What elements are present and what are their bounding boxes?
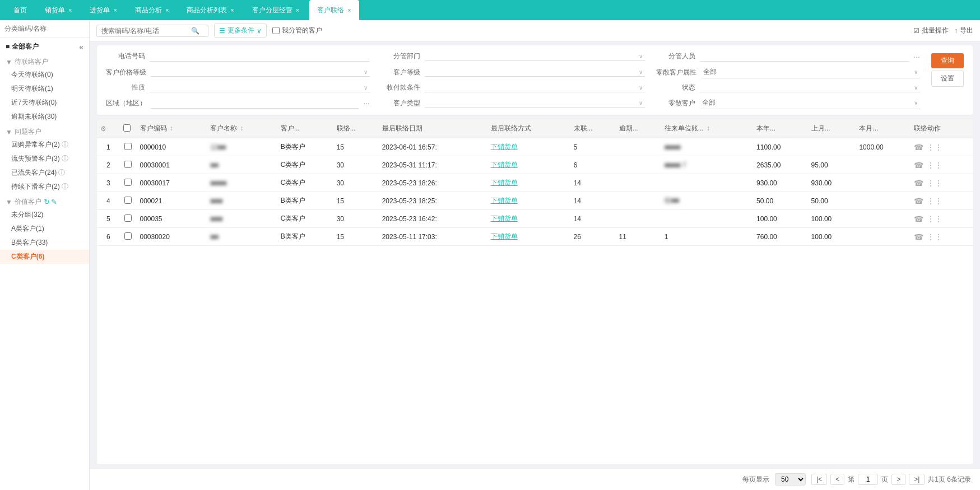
footer-per-page-select[interactable]: 50 100 200	[775, 473, 806, 486]
page-input[interactable]	[858, 474, 878, 485]
nav-tab-sales[interactable]: 销货单 ×	[37, 0, 80, 20]
cell-method-link-4[interactable]: 下销货单	[491, 214, 518, 222]
action-phone-5[interactable]: ☎	[914, 232, 923, 241]
search-input[interactable]	[101, 27, 191, 35]
th-account[interactable]: 往来单位账... ↕	[661, 119, 753, 138]
action-more-3[interactable]: ⋮⋮	[927, 197, 942, 206]
row-checkbox-3[interactable]	[124, 197, 132, 204]
cell-last-method-4[interactable]: 下销货单	[487, 210, 570, 228]
page-next-btn[interactable]: >	[891, 474, 905, 485]
filter-select-dept[interactable]: ∨	[425, 52, 645, 61]
th-name[interactable]: 客户名称 ↕	[207, 119, 277, 138]
cell-last-method-2[interactable]: 下销货单	[487, 174, 570, 192]
sidebar-all-customers[interactable]: ■ 全部客户 «	[0, 38, 89, 54]
nav-tab-customer-tier[interactable]: 客户分层经营 ×	[244, 0, 307, 20]
cell-last-method-1[interactable]: 下销货单	[487, 156, 570, 174]
sidebar-item-tomorrow[interactable]: 明天待联络(1)	[0, 82, 89, 96]
action-more-4[interactable]: ⋮⋮	[927, 214, 942, 223]
th-gear[interactable]: ⚙	[97, 119, 120, 138]
sidebar-item-overdue[interactable]: 逾期未联络(30)	[0, 110, 89, 124]
filter-manager-dots[interactable]: ···	[913, 52, 920, 61]
nav-tab-customer-contact[interactable]: 客户联络 ×	[309, 0, 359, 20]
nav-tab-analysis[interactable]: 商品分析 ×	[127, 0, 177, 20]
action-more-0[interactable]: ⋮⋮	[927, 143, 942, 152]
filter-select-level[interactable]: ∨	[425, 68, 645, 77]
sidebar-item-churn-warn[interactable]: 流失预警客户(3) ⓘ	[0, 152, 89, 166]
page-prev-btn[interactable]: <	[830, 474, 844, 485]
filter-input-region[interactable]	[151, 98, 359, 109]
set-button[interactable]: 设置	[931, 71, 964, 87]
batch-op-label: 批量操作	[922, 26, 949, 35]
filter-select-nature[interactable]: ∨	[150, 83, 370, 92]
filter-select-price-level[interactable]: ∨	[151, 68, 370, 77]
nav-tab-analysis-close[interactable]: ×	[165, 7, 169, 13]
filter-input-manager[interactable]	[700, 51, 909, 62]
sidebar-item-abnormal[interactable]: 回购异常客户(2) ⓘ	[0, 138, 89, 152]
row-checkbox-2[interactable]	[124, 179, 132, 186]
filter-region-dots[interactable]: ···	[363, 99, 370, 108]
nav-tab-customer-tier-close[interactable]: ×	[296, 7, 299, 13]
cell-method-link-2[interactable]: 下销货单	[491, 179, 518, 186]
filter-select-retail[interactable]: 全部 ∨	[700, 97, 920, 109]
sidebar-item-7days[interactable]: 近7天待联络(0)	[0, 96, 89, 110]
sidebar-item-c-class[interactable]: C类客户(6)	[0, 250, 89, 264]
action-phone-1[interactable]: ☎	[914, 161, 923, 170]
th-code[interactable]: 客户编码 ↕	[137, 119, 207, 138]
sidebar-item-churned[interactable]: 已流失客户(24) ⓘ	[0, 166, 89, 180]
query-button[interactable]: 查询	[931, 53, 964, 68]
action-phone-0[interactable]: ☎	[914, 143, 923, 152]
search-icon[interactable]: 🔍	[191, 27, 199, 35]
filter-more-btn[interactable]: ☰ 更多条件 ∨	[214, 24, 267, 38]
page-last-btn[interactable]: >|	[909, 474, 925, 485]
sidebar-item-today[interactable]: 今天待联络(0)	[0, 68, 89, 82]
table-gear-icon[interactable]: ⚙	[100, 125, 106, 133]
action-phone-2[interactable]: ☎	[914, 179, 923, 188]
row-checkbox-1[interactable]	[124, 161, 132, 168]
sidebar-item-declining[interactable]: 持续下滑客户(2) ⓘ	[0, 180, 89, 194]
cell-method-link-3[interactable]: 下销货单	[491, 197, 518, 204]
export-btn[interactable]: ↑ 导出	[954, 26, 973, 35]
page-first-btn[interactable]: |<	[811, 474, 827, 485]
cell-method-link-5[interactable]: 下销货单	[491, 232, 518, 240]
cell-check-1	[120, 156, 137, 174]
action-more-1[interactable]: ⋮⋮	[927, 161, 942, 170]
action-phone-4[interactable]: ☎	[914, 214, 923, 223]
action-phone-3[interactable]: ☎	[914, 197, 923, 206]
sidebar-item-ungroup[interactable]: 未分组(32)	[0, 208, 89, 222]
sidebar-value-edit[interactable]: ✎	[51, 198, 57, 206]
sidebar-value-refresh[interactable]: ↻	[44, 198, 50, 206]
filter-select-status[interactable]: ∨	[700, 83, 920, 92]
row-checkbox-4[interactable]	[124, 214, 132, 222]
nav-tab-analysis-list-close[interactable]: ×	[230, 7, 234, 13]
row-checkbox-5[interactable]	[124, 232, 132, 240]
sidebar-value-section[interactable]: ▼ 价值客户 ↻ ✎	[0, 194, 89, 208]
nav-home[interactable]: 首页	[6, 0, 35, 20]
nav-tab-analysis-list[interactable]: 商品分析列表 ×	[179, 0, 241, 20]
cell-last-method-5[interactable]: 下销货单	[487, 228, 570, 246]
filter-select-payment[interactable]: ∨	[425, 83, 645, 92]
cell-method-link-1[interactable]: 下销货单	[491, 161, 518, 169]
filter-input-phone[interactable]	[150, 51, 370, 62]
batch-op-btn[interactable]: ☑ 批量操作	[913, 26, 949, 35]
row-checkbox-0[interactable]	[124, 143, 132, 150]
nav-tab-sales-close[interactable]: ×	[68, 7, 72, 13]
select-all-checkbox[interactable]	[123, 124, 131, 132]
cell-method-link-0[interactable]: 下销货单	[491, 143, 518, 151]
filter-select-type[interactable]: ∨	[425, 99, 645, 108]
sidebar-collapse-icon[interactable]: «	[79, 43, 83, 52]
sidebar-item-a-class[interactable]: A类客户(1)	[0, 222, 89, 236]
nav-tab-purchase-close[interactable]: ×	[113, 7, 117, 13]
sidebar-problem-section[interactable]: ▼ 问题客户	[0, 124, 89, 138]
action-more-5[interactable]: ⋮⋮	[927, 232, 942, 241]
cell-last-method-3[interactable]: 下销货单	[487, 192, 570, 210]
sidebar-item-b-class[interactable]: B类客户(33)	[0, 236, 89, 250]
action-more-2[interactable]: ⋮⋮	[927, 179, 942, 188]
filter-select-attr[interactable]: 全部 ∨	[701, 66, 920, 78]
cell-last-method-0[interactable]: 下销货单	[487, 138, 570, 156]
my-customers-checkbox[interactable]	[272, 27, 280, 34]
sidebar-search-input[interactable]	[4, 25, 89, 32]
nav-tab-purchase[interactable]: 进货单 ×	[82, 0, 124, 20]
sidebar-pending-section[interactable]: ▼ 待联络客户	[0, 54, 89, 68]
nav-tab-customer-contact-close[interactable]: ×	[347, 7, 351, 13]
cell-code-4: 000035	[137, 210, 207, 228]
